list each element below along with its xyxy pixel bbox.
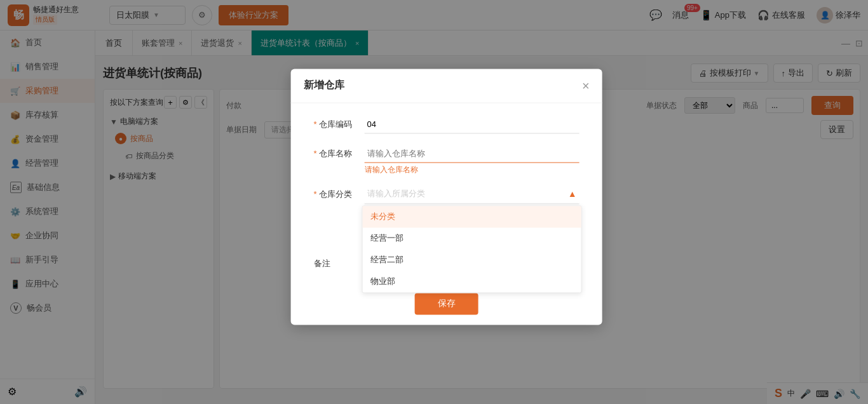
code-form-row: * 仓库编码: [314, 116, 580, 133]
modal-body: * 仓库编码 * 仓库名称 请输入仓库名称 * 仓库分类: [291, 103, 602, 288]
category-required: *: [314, 189, 317, 199]
category-label: * 仓库分类: [314, 189, 360, 200]
category-trigger[interactable]: 请输入所属分类 ▲: [365, 184, 580, 204]
category-option-unclassified[interactable]: 未分类: [363, 206, 581, 227]
name-label: * 仓库名称: [314, 148, 360, 159]
remark-label: 备注: [314, 258, 360, 269]
code-input[interactable]: [365, 116, 580, 133]
name-form-row: * 仓库名称 请输入仓库名称: [314, 145, 580, 175]
category-dropdown-list: 未分类 经营一部 经营二部 物业部: [362, 205, 582, 293]
category-option-dept1[interactable]: 经营一部: [363, 227, 581, 249]
category-dropdown-wrap: 请输入所属分类 ▲ 未分类 经营一部 经营二部: [365, 184, 580, 204]
name-input[interactable]: [365, 145, 580, 163]
category-form-row: * 仓库分类 请输入所属分类 ▲ 未分类 经营一部: [314, 184, 580, 204]
category-option-property[interactable]: 物业部: [363, 271, 581, 292]
name-required: *: [314, 149, 317, 158]
modal-close-button[interactable]: ×: [582, 79, 590, 92]
save-button[interactable]: 保存: [415, 293, 478, 314]
modal-title: 新增仓库: [304, 79, 344, 92]
category-placeholder: 请输入所属分类: [367, 188, 425, 199]
code-required: *: [314, 119, 317, 129]
chevron-up-icon: ▲: [568, 189, 577, 199]
modal-footer: 保存: [291, 288, 602, 325]
code-label: * 仓库编码: [314, 119, 360, 130]
modal-header: 新增仓库 ×: [291, 69, 602, 103]
name-error-msg: 请输入仓库名称: [365, 165, 580, 175]
new-warehouse-modal: 新增仓库 × * 仓库编码 * 仓库名称 请输入仓库名称: [291, 69, 602, 325]
category-option-dept2[interactable]: 经营二部: [363, 249, 581, 271]
